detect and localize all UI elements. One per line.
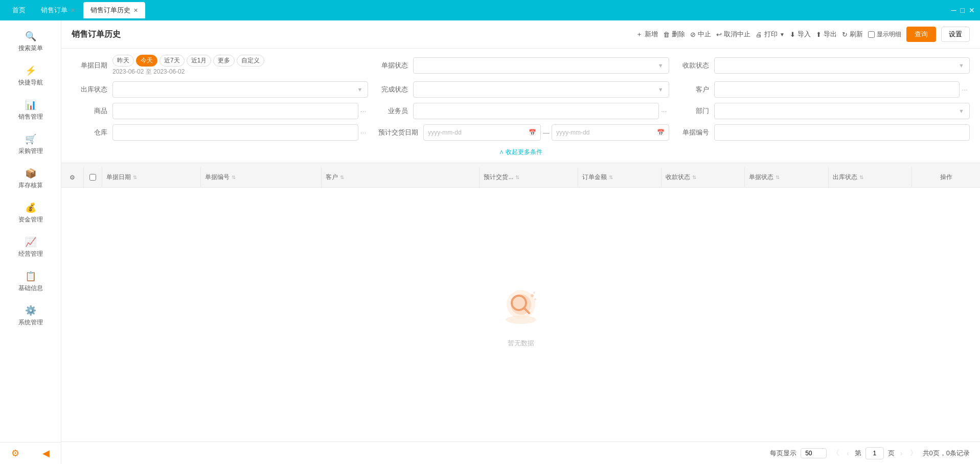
sidebar-item-quick-nav-label: 快捷导航 [18,78,43,87]
goods-input[interactable] [112,103,358,119]
doc-status-label: 单据状态 [372,61,413,70]
show-detail-checkbox[interactable] [868,31,875,38]
complete-status-label: 完成状态 [372,85,413,94]
out-status-select[interactable]: ▼ [112,81,368,98]
import-button[interactable]: ⬇ 导入 [790,30,811,39]
col-pay-status-sort-icon: ⇅ [692,174,696,180]
goods-dots-icon[interactable]: ··· [358,107,369,115]
page-size-label: 每页显示 [770,449,796,458]
cancel-stop-button[interactable]: ↩ 取消中止 [716,30,750,39]
sidebar-item-quick-nav[interactable]: ⚡ 快捷导航 [0,59,61,93]
tab-home[interactable]: 首页 [5,2,33,18]
date-btn-custom[interactable]: 自定义 [237,55,264,67]
page-size-select[interactable]: 50 100 200 [801,448,827,458]
maximize-icon[interactable]: □ [961,6,965,14]
col-docno[interactable]: 单据编号 ⇅ [201,167,322,187]
tab-sales-order-close[interactable]: ✕ [71,7,75,14]
top-bar: 首页 销售订单 ✕ 销售订单历史 ✕ ─ □ ✕ [0,0,980,20]
col-docno-sort-icon: ⇅ [232,174,236,180]
col-doc-status-sort-icon: ⇅ [776,174,780,180]
col-date[interactable]: 单据日期 ⇅ [102,167,201,187]
table-footer: 每页显示 50 100 200 《 ‹ 第 页 › 》 共0页，0条记录 [61,441,980,464]
customer-label: 客户 [673,85,714,94]
pay-status-select[interactable]: ▼ [714,57,970,74]
filter-cell-delivery-date: 预计交货日期 yyyy-mm-dd 📅 — yyyy-mm-dd 📅 [372,124,669,141]
complete-status-select[interactable]: ▼ [413,81,669,98]
first-page-icon[interactable]: 《 [831,449,841,458]
svg-point-6 [534,298,536,300]
finance-icon: 💰 [25,202,36,213]
sidebar-item-search-menu[interactable]: 🔍 搜索菜单 [0,25,61,59]
delete-button[interactable]: 🗑 删除 [663,30,685,39]
page-title: 销售订单历史 [72,29,636,40]
department-select[interactable]: ▼ [714,103,970,119]
tab-sales-order[interactable]: 销售订单 ✕ [34,2,82,18]
close-window-icon[interactable]: ✕ [969,6,975,14]
collapse-row[interactable]: ∧ 收起更多条件 [72,146,970,157]
date-btn-yesterday[interactable]: 昨天 [112,55,134,67]
filter-cell-doc-date: 单据日期 昨天 今天 近7天 近1月 更多 自定义 2023-06-02 至 2… [72,55,368,76]
sidebar-item-inventory[interactable]: 📦 库存核算 [0,162,61,196]
salesperson-input[interactable] [413,103,659,119]
show-detail-checkbox-label[interactable]: 显示明细 [868,30,901,39]
select-all-checkbox[interactable] [89,174,96,181]
date-btn-more[interactable]: 更多 [213,55,235,67]
date-btn-7days[interactable]: 近7天 [159,55,185,67]
sidebar-item-base-info[interactable]: 📋 基础信息 [0,264,61,299]
minimize-icon[interactable]: ─ [951,6,956,14]
goods-label: 商品 [72,106,112,116]
doc-status-select[interactable]: ▼ [413,57,669,74]
base-info-icon: 📋 [25,271,36,282]
print-arrow-icon: ▼ [780,32,785,37]
salesperson-dots-icon[interactable]: ··· [659,107,669,115]
refresh-button[interactable]: ↻ 刷新 [842,30,863,39]
sidebar-item-system[interactable]: ⚙️ 系统管理 [0,299,61,333]
new-button[interactable]: ＋ 新增 [636,30,658,39]
query-button[interactable]: 查询 [906,27,936,42]
print-button[interactable]: 🖨 打印 ▼ [756,30,785,39]
sidebar-settings-icon[interactable]: ⚙ [11,448,19,459]
col-amount[interactable]: 订单金额 ⇅ [578,167,662,187]
col-doc-status[interactable]: 单据状态 ⇅ [745,167,828,187]
date-btn-1month[interactable]: 近1月 [187,55,212,67]
export-button[interactable]: ⬆ 导出 [816,30,837,39]
doc-date-label: 单据日期 [72,61,112,70]
tab-sales-order-history-close[interactable]: ✕ [133,7,138,14]
date-btn-today[interactable]: 今天 [136,55,157,67]
last-page-icon[interactable]: 》 [908,449,919,458]
delivery-date-start[interactable]: yyyy-mm-dd 📅 [423,124,541,141]
sidebar-collapse-icon[interactable]: ◀ [42,448,50,459]
sidebar-item-operations[interactable]: 📈 经营管理 [0,230,61,264]
empty-state-icon [495,281,546,333]
warehouse-input[interactable] [112,124,358,141]
col-delivery[interactable]: 预计交货... ⇅ [480,167,578,187]
out-status-label: 出库状态 [72,85,112,94]
empty-text: 暂无数据 [508,339,534,348]
customer-dots-icon[interactable]: ··· [960,85,970,94]
operations-icon: 📈 [25,236,36,248]
page-number-input[interactable] [865,447,884,459]
settings-button[interactable]: 设置 [941,27,970,42]
filter-cell-department: 部门 ▼ [673,103,970,119]
prev-page-icon[interactable]: ‹ [845,449,851,457]
tab-sales-order-history[interactable]: 销售订单历史 ✕ [83,2,145,18]
warehouse-dots-icon[interactable]: ··· [358,128,369,137]
col-pay-status[interactable]: 收款状态 ⇅ [662,167,745,187]
sidebar-item-finance[interactable]: 💰 资金管理 [0,196,61,230]
content-area: 销售订单历史 ＋ 新增 🗑 删除 ⊘ 中止 ↩ 取消中止 [61,20,980,464]
next-page-icon[interactable]: › [899,449,904,457]
sidebar-item-purchase-mgmt[interactable]: 🛒 采购管理 [0,127,61,162]
col-out-status[interactable]: 出库状态 ⇅ [829,167,912,187]
col-customer[interactable]: 客户 ⇅ [322,167,480,187]
col-settings[interactable]: ⚙ [61,167,84,187]
salesperson-label: 业务员 [372,106,413,116]
delivery-date-end[interactable]: yyyy-mm-dd 📅 [552,124,669,141]
sidebar-item-sales-mgmt[interactable]: 📊 销售管理 [0,93,61,127]
print-label: 打印 [764,30,778,39]
col-checkbox[interactable] [84,167,102,187]
stop-button[interactable]: ⊘ 中止 [690,30,711,39]
filter-cell-goods: 商品 ··· [72,103,368,119]
doc-no-input[interactable] [714,124,970,141]
doc-no-label: 单据编号 [673,128,714,137]
customer-input[interactable] [714,81,960,98]
